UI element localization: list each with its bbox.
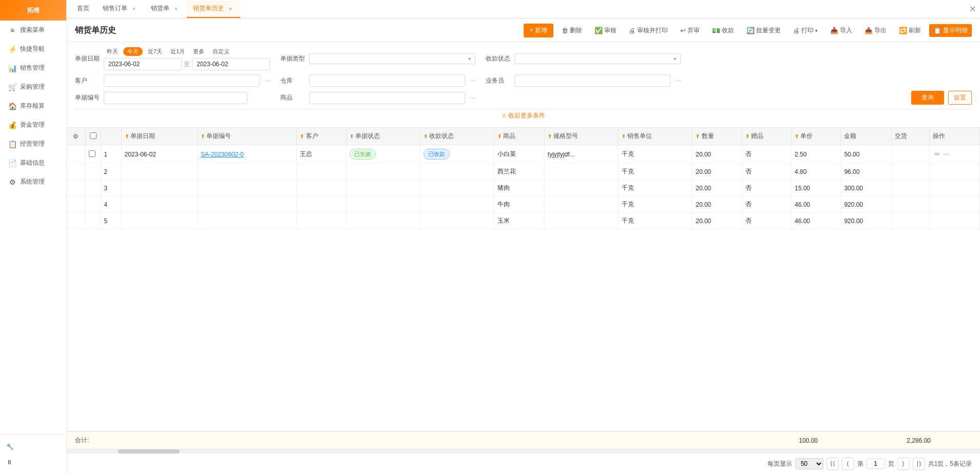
sidebar-item-finance[interactable]: 💰 资金管理 <box>0 115 66 134</box>
doc-no-cell <box>197 196 297 213</box>
customer-header[interactable]: ⬆ 客户 <box>297 128 346 145</box>
pagination: 每页显示 50 100 200 ⟨⟨ ⟨ 第 页 ⟩ ⟩⟩ 共1页，5条记录 <box>67 453 980 474</box>
tab-close-sales-order[interactable]: × <box>130 5 138 12</box>
quantity-cell: 20.00 <box>693 196 742 213</box>
spec-model-header[interactable]: ⬆ 规格型号 <box>544 128 618 145</box>
gift-header[interactable]: ⬆ 赠品 <box>742 128 791 145</box>
collect-button[interactable]: 💵 收款 <box>708 24 738 37</box>
import-button[interactable]: 📥 导入 <box>826 24 856 37</box>
select-all-checkbox[interactable] <box>90 132 97 139</box>
sidebar-item-ops[interactable]: 📋 经营管理 <box>0 134 66 153</box>
actions-cell <box>930 180 980 196</box>
quantity-header[interactable]: ⬆ 数量 <box>693 128 742 145</box>
filter-row-1: 单据日期 昨天 今天 近7天 近1月 更多 自定义 至 <box>75 47 972 70</box>
product-header[interactable]: ⬆ 商品 <box>494 128 545 145</box>
prev-page-button[interactable]: ⟨ <box>842 458 854 470</box>
salesperson-picker[interactable]: ··· <box>676 77 681 84</box>
payment-status-select[interactable]: ▾ <box>514 53 681 64</box>
salesperson-input[interactable] <box>514 74 670 87</box>
date-tag-today[interactable]: 今天 <box>123 47 143 56</box>
tab-close-sales-history[interactable]: × <box>227 5 234 12</box>
doc-date-header[interactable]: ⬆ 单据日期 <box>121 128 197 145</box>
date-tag-1month[interactable]: 近1月 <box>167 47 188 56</box>
sidebar-bottom-settings[interactable]: 🔧 <box>0 439 66 455</box>
payment-status-header[interactable]: ⬆ 收款状态 <box>420 128 494 145</box>
customer-input[interactable] <box>104 74 260 87</box>
show-detail-button[interactable]: 📋 显示明细 <box>929 24 972 37</box>
collapse-filter-button[interactable]: ∧ 收起更多条件 <box>75 109 972 122</box>
tab-sales-order[interactable]: 销售订单 × <box>97 1 144 18</box>
warehouse-picker[interactable]: ··· <box>470 77 475 84</box>
unit-price-header[interactable]: ⬆ 单价 <box>792 128 841 145</box>
export-button[interactable]: 📤 导出 <box>860 24 891 37</box>
doc-type-select[interactable]: ▾ <box>309 53 475 64</box>
tab-home[interactable]: 首页 <box>71 1 95 18</box>
product-input[interactable] <box>309 92 465 104</box>
sidebar-item-purchase[interactable]: 🛒 采购管理 <box>0 77 66 96</box>
query-button[interactable]: 查询 <box>911 91 944 105</box>
total-label: 合计: <box>75 436 89 445</box>
sidebar-item-label: 销售管理 <box>20 64 45 72</box>
gear-column-header[interactable]: ⚙ <box>67 128 85 145</box>
more-action[interactable]: ⋯ <box>943 150 950 158</box>
date-tag-more[interactable]: 更多 <box>190 47 207 56</box>
sidebar-item-quick-nav[interactable]: ⚡ 快捷导航 <box>0 40 66 58</box>
table-row: 5 玉米 千克 20.00 否 46.00 920.00 <box>67 213 980 229</box>
per-page-select[interactable]: 50 100 200 <box>795 458 823 469</box>
delete-button[interactable]: 🗑 删除 <box>558 24 586 37</box>
doc-no-link[interactable]: SA-20230602-0 <box>201 151 244 158</box>
sidebar-item-search[interactable]: ≡ 搜索菜单 <box>0 21 66 40</box>
footer: 合计: 100.00 2,286.00 每页显示 50 100 200 ⟨⟨ ⟨… <box>67 431 980 474</box>
next-page-button[interactable]: ⟩ <box>897 458 910 470</box>
row-checkbox[interactable] <box>89 150 95 157</box>
close-all-tabs[interactable]: ✕ <box>969 4 976 14</box>
abandon-button[interactable]: ↩ 弃审 <box>676 24 704 37</box>
doc-status-cell <box>346 196 420 213</box>
date-start-input[interactable] <box>104 58 182 70</box>
filter-warehouse: 仓库 ··· <box>280 74 475 87</box>
batch-change-button[interactable]: 🔄 批量变更 <box>742 24 785 37</box>
product-cell: 牛肉 <box>494 196 545 213</box>
settings-button[interactable]: 设置 <box>948 91 972 105</box>
tab-sales-history[interactable]: 销货单历史 × <box>187 1 240 18</box>
warehouse-input[interactable] <box>309 74 465 87</box>
product-picker[interactable]: ··· <box>470 94 475 102</box>
customer-picker[interactable]: ··· <box>265 77 270 84</box>
audit-print-button[interactable]: 🖨 审核并打印 <box>625 24 672 37</box>
doc-status-header[interactable]: ⬆ 单据状态 <box>346 128 420 145</box>
refresh-button[interactable]: 🔁 刷新 <box>895 24 925 37</box>
new-button[interactable]: + 新增 <box>524 24 553 37</box>
sidebar-bottom-collapse[interactable]: ⏸ <box>0 455 66 470</box>
row-num-header <box>101 128 121 145</box>
amount-cell: 96.00 <box>841 164 892 180</box>
doc-no-header[interactable]: ⬆ 单据编号 <box>197 128 297 145</box>
sidebar-item-system[interactable]: ⚙ 系统管理 <box>0 172 66 191</box>
date-tag-7days[interactable]: 近7天 <box>145 47 165 56</box>
audit-button[interactable]: ✅ 审核 <box>590 24 621 37</box>
sidebar-item-sales[interactable]: 📊 销售管理 <box>0 58 66 77</box>
customer-label: 客户 <box>75 76 101 85</box>
date-end-input[interactable] <box>192 58 270 70</box>
doc-status-badge: 已生效 <box>350 149 376 160</box>
date-tag-yesterday[interactable]: 昨天 <box>104 47 121 56</box>
tab-sales-delivery[interactable]: 销货单 × <box>145 1 186 18</box>
last-page-button[interactable]: ⟩⟩ <box>913 458 925 470</box>
inventory-icon: 🏠 <box>8 102 17 110</box>
first-page-button[interactable]: ⟨⟨ <box>827 458 839 470</box>
scrollbar[interactable] <box>67 449 980 453</box>
sales-unit-header[interactable]: ⬆ 销售单位 <box>619 128 693 145</box>
sidebar-item-basic[interactable]: 📄 基础信息 <box>0 153 66 172</box>
sidebar-item-inventory[interactable]: 🏠 库存核算 <box>0 96 66 115</box>
page-number-input[interactable] <box>867 459 885 469</box>
sales-unit-cell: 千克 <box>619 213 693 229</box>
filter-doc-type: 单据类型 ▾ <box>280 53 475 64</box>
transaction-cell <box>892 213 930 229</box>
amount-cell: 300.00 <box>841 180 892 196</box>
scrollbar-thumb[interactable] <box>118 449 180 453</box>
date-tag-custom[interactable]: 自定义 <box>209 47 233 56</box>
doc-date-cell: 2023-06-02 <box>121 145 197 164</box>
tab-close-sales-delivery[interactable]: × <box>172 5 180 12</box>
print-button[interactable]: 🖨 打印 ▾ <box>789 24 822 37</box>
doc-no-input[interactable] <box>104 92 247 104</box>
edit-action[interactable]: ✏ <box>934 150 940 158</box>
